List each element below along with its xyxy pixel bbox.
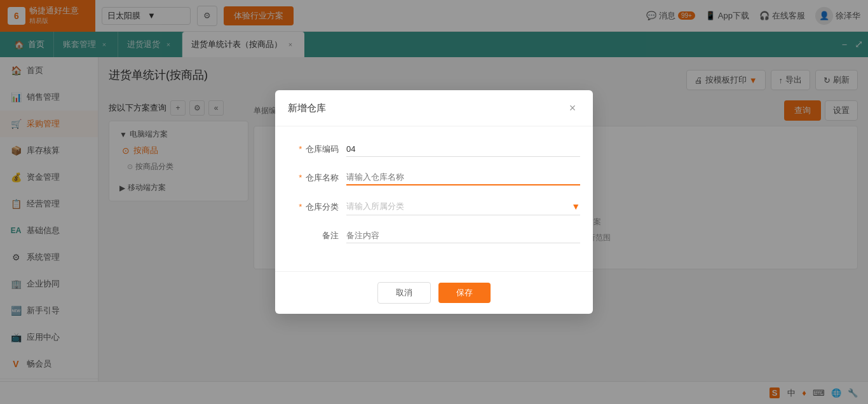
remarks-label: 备注 [288, 230, 339, 241]
modal-close-button[interactable]: × [565, 100, 580, 116]
warehouse-category-label: * 仓库分类 [288, 201, 339, 213]
warehouse-name-row: * 仓库名称 [288, 170, 580, 185]
warehouse-name-input[interactable] [346, 170, 580, 185]
remarks-row: 备注 [288, 228, 580, 243]
save-button[interactable]: 保存 [438, 283, 491, 303]
remarks-input[interactable] [346, 228, 580, 243]
modal-header: 新增仓库 × [275, 90, 593, 126]
modal-body: * 仓库编码 * 仓库名称 * 仓库分类 请输入 [275, 126, 593, 271]
warehouse-code-label: * 仓库编码 [288, 144, 339, 155]
category-dropdown-arrow: ▼ [571, 201, 580, 212]
new-warehouse-modal: 新增仓库 × * 仓库编码 * 仓库名称 [275, 90, 593, 314]
modal-overlay: 新增仓库 × * 仓库编码 * 仓库名称 [0, 0, 868, 404]
warehouse-code-input[interactable] [346, 142, 580, 157]
modal-footer: 取消 保存 [275, 271, 593, 314]
warehouse-category-placeholder: 请输入所属分类 [346, 201, 404, 212]
cancel-button[interactable]: 取消 [377, 282, 431, 304]
warehouse-code-row: * 仓库编码 [288, 142, 580, 157]
warehouse-category-row: * 仓库分类 请输入所属分类 ▼ [288, 198, 580, 215]
warehouse-category-select[interactable]: 请输入所属分类 ▼ [346, 198, 580, 215]
modal-title: 新增仓库 [288, 102, 326, 114]
warehouse-name-label: * 仓库名称 [288, 172, 339, 184]
